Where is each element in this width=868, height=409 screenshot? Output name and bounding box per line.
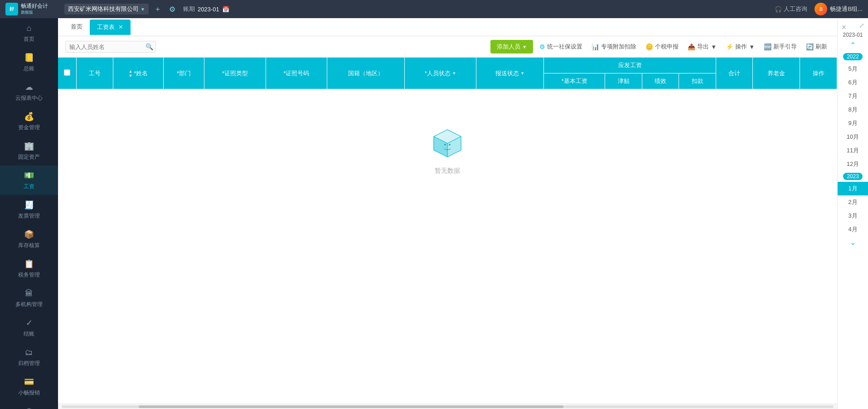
sidebar-item-ledger[interactable]: 📒 总账: [0, 48, 58, 77]
sidebar-item-settings[interactable]: ⚙ 基础设置: [0, 401, 58, 409]
operate-label: 操作: [735, 43, 747, 51]
user-info[interactable]: B 畅捷通B组...: [815, 3, 863, 15]
tax-report-action[interactable]: 🪙 个税申报: [643, 41, 681, 53]
social-icon: ⚙: [539, 43, 545, 50]
social-label: 统一社保设置: [547, 43, 582, 51]
sidebar-item-multi[interactable]: 🏛 多机构管理: [0, 283, 58, 313]
archive-icon: 🗂: [24, 347, 34, 358]
settle-icon: ✓: [24, 317, 34, 328]
home-icon: ⌂: [24, 23, 34, 34]
export-action[interactable]: 📤 导出 ▼: [685, 41, 719, 53]
search-input[interactable]: [69, 44, 145, 50]
operate-action[interactable]: ⚡ 操作 ▼: [723, 41, 757, 53]
sidebar-item-inventory-label: 库存核算: [18, 242, 40, 249]
th-checkbox[interactable]: [58, 58, 76, 89]
support-icon: 🎧: [775, 6, 782, 13]
sidebar-item-invoice[interactable]: 🧾 发票管理: [0, 195, 58, 224]
expand-icon[interactable]: ⤢: [859, 22, 864, 29]
search-icon: 🔍: [145, 43, 153, 50]
sidebar-item-inventory[interactable]: 📦 库存核算: [0, 224, 58, 254]
social-settings-action[interactable]: ⚙ 统一社保设置: [537, 41, 585, 53]
tax-icon: 📋: [24, 258, 34, 269]
company-dropdown-icon: ▼: [141, 7, 145, 12]
empty-icon: [429, 125, 466, 161]
period-display: 2023-01: [843, 31, 863, 39]
support-button[interactable]: 🎧 人工咨询: [775, 5, 807, 13]
top-bar-actions: ＋ ⚙: [152, 4, 178, 15]
special-deduction-action[interactable]: 📊 专项附加扣除: [589, 41, 639, 53]
tab-salary-close-icon[interactable]: ✕: [118, 24, 123, 30]
settings-icon[interactable]: ⚙: [167, 4, 178, 15]
month-12[interactable]: 12月: [838, 157, 868, 171]
month-5[interactable]: 5月: [838, 62, 868, 76]
svg-point-4: [444, 144, 446, 146]
th-pension: 养老金: [753, 58, 800, 89]
th-nation: 国籍（地区）: [327, 58, 405, 89]
company-name: 西安矿米网络科技有限公司: [68, 5, 139, 13]
sidebar-item-home[interactable]: ⌂ 首页: [0, 18, 58, 48]
empty-text: 暂无数据: [435, 167, 460, 175]
top-bar: 好 畅通好会计 旗舰版 西安矿米网络科技有限公司 ▼ ＋ ⚙ 账期 2023-0…: [0, 0, 868, 18]
add-company-icon[interactable]: ＋: [152, 4, 163, 15]
calendar-icon[interactable]: 📅: [222, 6, 229, 13]
curr-year-label: 2023: [843, 173, 863, 180]
export-dropdown-icon: ▼: [711, 44, 717, 50]
sidebar-item-funds[interactable]: 💰 资金管理: [0, 107, 58, 136]
sidebar-item-salary[interactable]: 💵 工资: [0, 166, 58, 195]
scroll-thumb: [139, 405, 563, 408]
select-all-checkbox[interactable]: [64, 69, 70, 76]
scroll-indicator[interactable]: [58, 404, 837, 409]
report-filter-icon[interactable]: ▼: [520, 71, 525, 76]
guide-toolbar-icon: 🆕: [764, 43, 771, 50]
sidebar-item-archive-label: 归档管理: [18, 360, 40, 367]
search-box[interactable]: 🔍: [65, 41, 156, 53]
multi-icon: 🏛: [24, 288, 34, 299]
add-person-button[interactable]: 添加人员 ▼: [490, 40, 533, 54]
month-3[interactable]: 3月: [838, 209, 868, 223]
sidebar: ⌂ 首页 📒 总账 ☁ 云报表中心 💰 资金管理 🏢 固定资产 💵 工资 🧾 发…: [0, 18, 58, 409]
tab-salary[interactable]: 工资表 ✕: [90, 19, 131, 35]
month-4[interactable]: 4月: [838, 223, 868, 236]
sidebar-item-settle[interactable]: ✓ 结账: [0, 313, 58, 342]
content-area: 首页 工资表 ✕ 🔍 添加人员 ▼ ⚙ 统一社保设置 📊: [58, 18, 837, 409]
month-9[interactable]: 9月: [838, 117, 868, 130]
sidebar-item-assets[interactable]: 🏢 固定资产: [0, 136, 58, 166]
add-person-dropdown-icon: ▼: [522, 44, 527, 49]
logo-sub: 旗舰版: [21, 10, 48, 15]
company-selector[interactable]: 西安矿米网络科技有限公司 ▼: [64, 4, 149, 15]
scroll-down-icon[interactable]: ⌄: [848, 236, 858, 248]
export-label: 导出: [697, 43, 709, 51]
svg-point-5: [449, 144, 451, 146]
prev-year-label: 2022: [843, 53, 863, 60]
sidebar-item-cloud-label: 云报表中心: [15, 94, 43, 102]
scroll-up-icon[interactable]: ⌃: [848, 39, 858, 51]
month-7[interactable]: 7月: [838, 89, 868, 103]
panel-header: ✕ ⤢: [838, 20, 868, 31]
month-10[interactable]: 10月: [838, 130, 868, 144]
guide-action[interactable]: 🆕 新手引导: [761, 41, 800, 53]
cloud-icon: ☁: [24, 82, 34, 93]
sidebar-item-cloud[interactable]: ☁ 云报表中心: [0, 77, 58, 107]
export-icon: 📤: [688, 43, 695, 50]
logo-text: 畅通好会计: [21, 3, 48, 9]
guide-label: 新手引导: [773, 43, 797, 51]
month-6[interactable]: 6月: [838, 76, 868, 89]
sidebar-item-archive[interactable]: 🗂 归档管理: [0, 342, 58, 372]
month-2[interactable]: 2月: [838, 195, 868, 209]
sidebar-item-tax[interactable]: 📋 税务管理: [0, 254, 58, 283]
sidebar-item-salary-label: 工资: [24, 183, 34, 190]
special-label: 专项附加扣除: [601, 43, 636, 51]
month-8[interactable]: 8月: [838, 103, 868, 117]
month-11[interactable]: 11月: [838, 144, 868, 157]
month-1[interactable]: 1月: [838, 182, 868, 195]
status-filter-icon[interactable]: ▼: [452, 71, 456, 76]
scroll-track: [62, 405, 834, 408]
sidebar-item-expense[interactable]: 💳 小畅报销: [0, 372, 58, 401]
close-panel-icon[interactable]: ✕: [841, 24, 847, 31]
tab-home[interactable]: 首页: [63, 19, 90, 35]
main-layout: ⌂ 首页 📒 总账 ☁ 云报表中心 💰 资金管理 🏢 固定资产 💵 工资 🧾 发…: [0, 18, 868, 409]
logo-icon: 好: [5, 3, 18, 15]
sidebar-item-ledger-label: 总账: [24, 65, 34, 73]
sidebar-item-invoice-label: 发票管理: [18, 212, 40, 220]
refresh-action[interactable]: 🔄 刷新: [803, 41, 830, 53]
